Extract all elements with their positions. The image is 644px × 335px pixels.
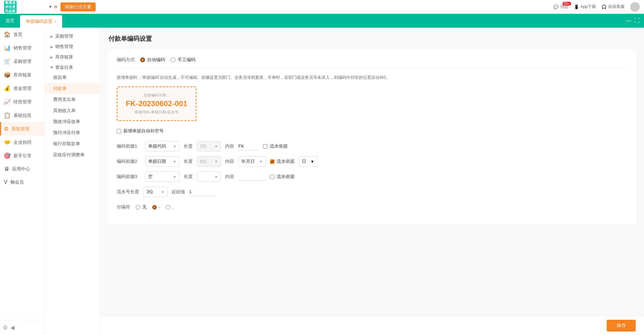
nav-right: — ⛶ bbox=[626, 14, 644, 28]
sidebar-item-advance-receivable[interactable]: 预收冲应收单 bbox=[45, 116, 100, 127]
serial-length-select[interactable]: 3位 ▼ bbox=[143, 187, 167, 197]
length-select-2-arrow: ▼ bbox=[214, 160, 218, 164]
sidebar-item-basic-info[interactable]: 📋 基础信息 bbox=[0, 109, 45, 122]
logo-text: 畅通道好生意 拓品版 bbox=[4, 1, 17, 13]
sidebar-narrow-label-sales: 销售管理 bbox=[13, 45, 31, 51]
sep-none-label: 无 bbox=[142, 204, 147, 210]
sidebar-item-member[interactable]: V 畅会员 bbox=[0, 176, 45, 189]
collapse-icon[interactable]: ◀ bbox=[10, 324, 15, 331]
maximize-icon[interactable]: ⛶ bbox=[634, 18, 640, 24]
minimize-icon[interactable]: — bbox=[626, 18, 632, 24]
prefix-select-2-value: 单据日期 bbox=[148, 158, 166, 165]
headset-icon: 🎧 bbox=[602, 4, 607, 9]
sidebar-item-inventory[interactable]: 📦 库存核算 bbox=[0, 68, 45, 82]
stream-check-2: 流水依据 bbox=[270, 158, 295, 165]
sidebar-item-finance[interactable]: 💰 资金管理 bbox=[0, 82, 45, 95]
content-input-3[interactable] bbox=[238, 173, 266, 181]
content-select-2[interactable]: 年月日 ▼ bbox=[238, 156, 266, 167]
auto-fill-checkbox[interactable] bbox=[117, 129, 121, 133]
serial-start-input[interactable] bbox=[189, 188, 217, 196]
sidebar-item-expense[interactable]: 费用支出单 bbox=[45, 94, 100, 105]
serial-length-label: 流水号长度 bbox=[117, 189, 139, 195]
sidebar-narrow-label-inventory: 库存核算 bbox=[13, 72, 31, 78]
sidebar-narrow-label-finance: 资金管理 bbox=[13, 85, 31, 92]
sidebar-item-operations[interactable]: 📈 经营管理 bbox=[0, 95, 45, 109]
sidebar-item-system[interactable]: ⚙ 系统管理 bbox=[0, 122, 45, 136]
sep-radio-dash-input[interactable] bbox=[152, 205, 157, 210]
trial-button[interactable]: 体验行业方案 bbox=[60, 2, 96, 11]
length-select-2-value: 8位 bbox=[200, 158, 207, 165]
stream-period-select[interactable]: 日 ▼ bbox=[299, 156, 318, 167]
finance-icon: 💰 bbox=[4, 85, 11, 92]
stream-checkbox-1[interactable] bbox=[263, 144, 268, 149]
auto-encode-label: 自动编码 bbox=[147, 57, 165, 63]
sales-icon: 📊 bbox=[4, 45, 11, 51]
online-service-item[interactable]: 🎧 在线客服 bbox=[602, 4, 625, 10]
stream-checkbox-2[interactable] bbox=[270, 159, 275, 164]
tab-settings[interactable]: 单据编码设置 × bbox=[20, 15, 62, 28]
chevron-icon: ▶ bbox=[50, 35, 53, 38]
sidebar-item-enterprise[interactable]: 🤝 企业协同 bbox=[0, 136, 45, 149]
app-center-icon: 🖥 bbox=[4, 166, 9, 172]
sidebar-item-receipt[interactable]: 收款单 bbox=[45, 72, 100, 83]
sep-radio-none[interactable]: 无 bbox=[136, 204, 147, 210]
sidebar-item-sales[interactable]: 📊 销售管理 bbox=[0, 41, 45, 55]
radio-auto-encode[interactable]: 自动编码 bbox=[140, 57, 165, 63]
topbar-left: 畅通道好生意 拓品版 ▼ ⚙ 体验行业方案 bbox=[4, 1, 550, 13]
preview-desc: 单据代码-单据日期-流水号 bbox=[126, 110, 188, 115]
serial-length-value: 3位 bbox=[146, 189, 153, 195]
sidebar-narrow-label-operations: 经营管理 bbox=[13, 99, 31, 105]
bottom-bar: 保存 bbox=[100, 316, 644, 335]
length-select-1: 2位 ▼ bbox=[197, 141, 221, 151]
sidebar-item-guide[interactable]: 🎯 新手引导 bbox=[0, 149, 45, 162]
sidebar-group-sales-title[interactable]: ▶ 销售管理 bbox=[45, 41, 100, 51]
radio-manual-encode[interactable]: 手工编码 bbox=[171, 57, 195, 63]
sidebar-item-advance-payable[interactable]: 预付冲应付单 bbox=[45, 127, 100, 138]
prefix-select-2[interactable]: 单据日期 ▼ bbox=[145, 156, 180, 167]
avatar[interactable] bbox=[630, 2, 640, 12]
sep-radio-none-input[interactable] bbox=[136, 205, 140, 210]
prefix-label-1: 编码前缀1 bbox=[117, 143, 141, 149]
length-select-3[interactable]: ▼ bbox=[197, 171, 221, 182]
notice-text: 新增单据时，'单据编码'自动生成，不可编辑。前缀设置为部门、业务员等档案类，开单… bbox=[117, 74, 627, 81]
app-download-item[interactable]: 📱 App下载 bbox=[574, 4, 596, 10]
group-label-purchase: 采购管理 bbox=[55, 33, 73, 39]
radio-auto-encode-input[interactable] bbox=[140, 57, 145, 62]
radio-manual-encode-input[interactable] bbox=[171, 57, 175, 62]
sep-radio-dot[interactable]: . bbox=[166, 205, 174, 210]
sidebar-item-home[interactable]: 🏠 首页 bbox=[0, 28, 45, 41]
sep-radio-dash[interactable]: - bbox=[152, 205, 160, 210]
message-item[interactable]: 💬 消息 99+ bbox=[554, 4, 568, 10]
tab-home[interactable]: 首页 bbox=[0, 14, 20, 28]
chevron-down-icon: ▼ bbox=[48, 4, 52, 9]
save-button[interactable]: 保存 bbox=[607, 320, 636, 332]
close-tab-icon[interactable]: × bbox=[55, 19, 57, 24]
stream-checkbox-3[interactable] bbox=[270, 175, 275, 179]
length-select-1-arrow: ▼ bbox=[214, 145, 218, 148]
sidebar-group-purchase-title[interactable]: ▶ 采购管理 bbox=[45, 30, 100, 41]
prefix-select-3[interactable]: 空 ▼ bbox=[145, 171, 180, 182]
length-label-1: 长度 bbox=[184, 143, 193, 149]
sidebar-item-adjustment[interactable]: 应收应付调整单 bbox=[45, 149, 100, 160]
prefix-select-1[interactable]: 单据代码 ▼ bbox=[145, 141, 180, 151]
member-icon: V bbox=[4, 179, 8, 185]
sidebar-item-purchase[interactable]: 🛒 采购管理 bbox=[0, 55, 45, 68]
sidebar-narrow: 🏠 首页 📊 销售管理 🛒 采购管理 📦 库存核算 💰 资金管理 📈 经营管理 … bbox=[0, 28, 45, 335]
sidebar-item-app-center[interactable]: 🖥 应用中心 bbox=[0, 162, 45, 176]
preview-label: 当前编码示例： bbox=[126, 93, 188, 98]
topbar-dropdown[interactable]: ▼ ⚙ bbox=[48, 4, 58, 9]
sidebar-item-payment[interactable]: 付款单 bbox=[45, 83, 100, 94]
online-service-label: 在线客服 bbox=[608, 4, 625, 10]
settings-bottom-icon[interactable]: ⚙ bbox=[3, 324, 8, 331]
sidebar-group-capital-title[interactable]: ▶ 资金往来 bbox=[45, 62, 100, 72]
sidebar-item-other-income[interactable]: 其他收入单 bbox=[45, 105, 100, 116]
gear-icon[interactable]: ⚙ bbox=[54, 4, 58, 9]
sidebar-group-inventory-title[interactable]: ▶ 库存核算 bbox=[45, 51, 100, 62]
sidebar-bottom: ⚙ ◀ bbox=[0, 320, 45, 335]
sidebar-item-bank[interactable]: 银行存取款单 bbox=[45, 138, 100, 149]
sep-radio-dot-input[interactable] bbox=[166, 205, 170, 210]
app-download-label: App下载 bbox=[580, 4, 596, 10]
prefix-select-3-value: 空 bbox=[148, 174, 153, 180]
content-input-1[interactable] bbox=[238, 142, 259, 150]
prefix-select-2-arrow: ▼ bbox=[173, 160, 176, 164]
